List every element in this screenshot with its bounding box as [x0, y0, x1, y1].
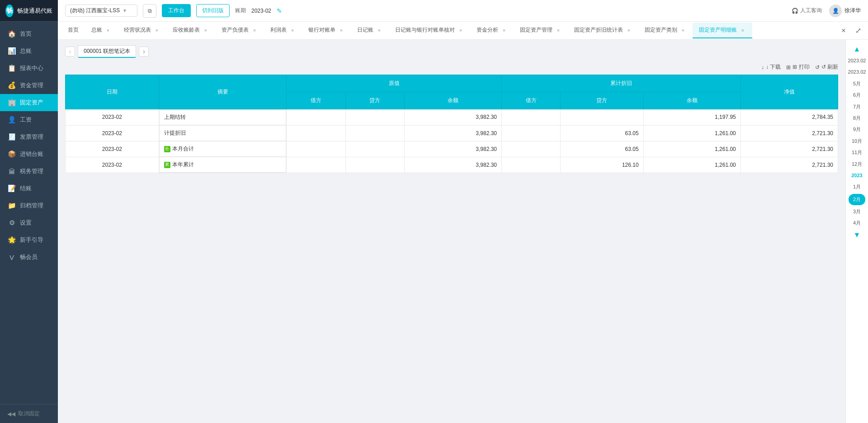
period-entry-oct[interactable]: 10月	[846, 136, 868, 147]
tab-ledger[interactable]: 总账 ×	[85, 23, 118, 38]
sidebar-item-tax[interactable]: 🏛 税务管理	[0, 163, 58, 180]
cell-date: 2023-02	[66, 125, 159, 141]
tab-journal-bank-reconcile[interactable]: 日记账与银行对账单核对 ×	[389, 23, 470, 38]
tab-fixed-assets-detail[interactable]: 固定资产明细账 ×	[693, 23, 752, 38]
user-info[interactable]: 👤 徐泽华	[829, 5, 861, 17]
tab-fixed-assets-mgmt[interactable]: 固定资产管理 ×	[514, 23, 568, 38]
tab-close-fixed-assets-mgmt[interactable]: ×	[555, 27, 561, 33]
cell-net-value: 2,721.30	[741, 141, 838, 157]
sidebar-item-settings[interactable]: ⚙ 设置	[0, 214, 58, 231]
cell-net-value: 2,784.35	[741, 109, 838, 126]
period-entry-jul[interactable]: 7月	[846, 101, 868, 113]
tab-fixed-assets-depreciation[interactable]: 固定资产折旧统计表 ×	[568, 23, 638, 38]
print-btn[interactable]: ⊞ ⊞ 打印	[786, 63, 809, 71]
sidebar-item-guide[interactable]: 🌟 新手引导	[0, 231, 58, 249]
sidebar-item-home[interactable]: 🏠 首页	[0, 25, 58, 42]
tab-close-balance-sheet[interactable]: ×	[251, 27, 258, 33]
sidebar-item-ledger[interactable]: 📊 总账	[0, 42, 58, 60]
period-edit-icon[interactable]: ✎	[277, 7, 282, 14]
sidebar-item-funds[interactable]: 💰 资金管理	[0, 77, 58, 94]
download-btn[interactable]: ↓ ↓ 下载	[761, 63, 781, 71]
scroll-up-btn[interactable]: ▲	[846, 43, 868, 55]
topbar: (勿动) 江西服宝-LSS ▼ ⧉ 工作台 切到旧版 账期 2023-02 ✎ …	[58, 0, 868, 22]
guide-icon: 🌟	[7, 236, 16, 244]
sidebar-item-reports[interactable]: 📋 报表中心	[0, 60, 58, 77]
company-selector[interactable]: (勿动) 江西服宝-LSS ▼	[65, 5, 137, 17]
tab-fixed-assets-category[interactable]: 固定资产类别 ×	[638, 23, 693, 38]
cell-dep-credit: 63.05	[561, 141, 643, 157]
period-entry-jun[interactable]: 6月	[846, 89, 868, 101]
tab-home[interactable]: 首页	[61, 23, 85, 38]
cell-orig-debit	[287, 125, 345, 141]
tab-label-fixed-assets-mgmt: 固定资产管理	[520, 26, 552, 34]
tab-close-income-statement[interactable]: ×	[289, 27, 296, 33]
cell-dep-debit	[502, 125, 561, 141]
tab-close-journal-bank-reconcile[interactable]: ×	[458, 27, 464, 33]
scroll-down-btn[interactable]: ▼	[846, 229, 868, 241]
sidebar-item-fixed-assets[interactable]: 🏢 固定资产	[0, 94, 58, 111]
period-entry-may[interactable]: 5月	[846, 78, 868, 89]
data-table: 日期 摘要 原值 累计折旧 净值 借方 贷方 余额 借方 贷方 余额	[65, 75, 838, 173]
customer-service-btn[interactable]: 🎧 人工客询	[792, 7, 822, 14]
right-panel: ▲ 2023.02 2023.02 5月 6月 7月 8月 9月 10月 11月…	[845, 40, 868, 423]
sidebar-unpin-btn[interactable]: ◀◀ 取消固定	[0, 404, 58, 423]
tab-close-fund-analysis[interactable]: ×	[501, 27, 507, 33]
sidebar-item-payroll[interactable]: 👤 工资	[0, 111, 58, 128]
tab-label-income-statement: 利润表	[270, 26, 287, 34]
maximize-tab-btn[interactable]: ⤢	[852, 24, 864, 37]
tab-close-receivable-aging[interactable]: ×	[203, 27, 209, 33]
sidebar-label-guide: 新手引导	[20, 236, 43, 244]
sidebar-label-ledger: 总账	[20, 47, 32, 55]
switch-version-button[interactable]: 切到旧版	[196, 4, 230, 17]
refresh-btn[interactable]: ↺ ↺ 刷新	[815, 63, 838, 71]
tabbar-actions: × ⤢	[837, 24, 864, 37]
tab-close-fixed-assets-category[interactable]: ×	[680, 27, 686, 33]
tab-label-fixed-assets-depreciation: 固定资产折旧统计表	[574, 26, 623, 34]
unpin-icon: ◀◀	[7, 411, 15, 417]
tab-close-bank-statement[interactable]: ×	[338, 27, 344, 33]
cell-orig-credit	[345, 141, 404, 157]
tab-journal[interactable]: 日记账 ×	[351, 23, 389, 38]
breadcrumb-nav: ‹ 000001 联想笔记本 ›	[65, 45, 838, 58]
period-entry-apr[interactable]: 4月	[846, 217, 868, 229]
tab-label-ledger: 总账	[91, 26, 102, 34]
header-dep-credit: 贷方	[561, 92, 643, 109]
tab-bank-statement[interactable]: 银行对账单 ×	[302, 23, 351, 38]
cell-dep-debit	[502, 157, 561, 173]
tab-close-journal[interactable]: ×	[376, 27, 382, 33]
tab-management-status[interactable]: 经营状况表 ×	[118, 23, 166, 38]
sidebar-item-invoice[interactable]: 🧾 发票管理	[0, 128, 58, 146]
tab-income-statement[interactable]: 利润表 ×	[264, 23, 302, 38]
tab-receivable-aging[interactable]: 应收账龄表 ×	[166, 23, 215, 38]
breadcrumb-prev-btn[interactable]: ‹	[65, 47, 75, 56]
payroll-icon: 👤	[7, 116, 16, 124]
tab-close-management-status[interactable]: ×	[154, 27, 160, 33]
tab-close-fixed-assets-detail[interactable]: ×	[740, 27, 746, 33]
tab-balance-sheet[interactable]: 资产负债表 ×	[215, 23, 264, 38]
close-tab-btn[interactable]: ×	[837, 24, 850, 37]
period-entry-year-2023[interactable]: 2023	[846, 170, 868, 181]
period-entry-aug[interactable]: 8月	[846, 113, 868, 124]
sidebar-item-vip[interactable]: V 畅会员	[0, 249, 58, 266]
tab-close-fixed-assets-depreciation[interactable]: ×	[626, 27, 632, 33]
sidebar-item-close[interactable]: 📝 结账	[0, 180, 58, 197]
cell-net-value: 2,721.30	[741, 157, 838, 173]
tab-close-ledger[interactable]: ×	[105, 27, 111, 33]
period-entry-dec[interactable]: 12月	[846, 159, 868, 170]
copy-company-btn[interactable]: ⧉	[143, 4, 156, 18]
period-entry-sep[interactable]: 9月	[846, 124, 868, 135]
period-entry-2023-02-bottom[interactable]: 2023.02	[846, 66, 868, 78]
sidebar-item-inventory[interactable]: 📦 进销台账	[0, 146, 58, 163]
period-entry-feb-current[interactable]: 2月	[849, 194, 865, 205]
sidebar-item-archive[interactable]: 📁 归档管理	[0, 197, 58, 214]
page-body: ‹ 000001 联想笔记本 › ↓ ↓ 下载 ⊞ ⊞ 打印 ↺ ↺ 刷新	[58, 40, 868, 423]
period-entry-2023-02-top[interactable]: 2023.02	[846, 55, 868, 66]
close-period-icon: 📝	[7, 184, 16, 193]
tab-fund-analysis[interactable]: 资金分析 ×	[470, 23, 514, 38]
period-entry-mar[interactable]: 3月	[846, 206, 868, 217]
breadcrumb-next-btn[interactable]: ›	[139, 47, 149, 56]
period-value: 2023-02	[251, 8, 271, 14]
period-entry-jan[interactable]: 1月	[846, 181, 868, 193]
period-entry-nov[interactable]: 11月	[846, 147, 868, 158]
workbench-button[interactable]: 工作台	[162, 4, 191, 17]
